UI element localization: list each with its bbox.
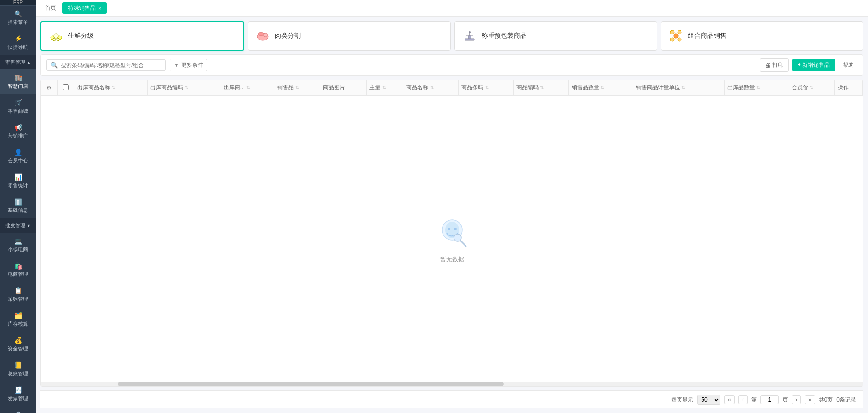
sidebar-item-promo[interactable]: 📢 营销推广 [0, 119, 36, 144]
sidebar-item-wholesale-mgmt[interactable]: 批发管理 ▼ [0, 218, 36, 233]
sidebar-item-label: 库存核算 [8, 321, 28, 327]
sidebar-item-finance[interactable]: 💰 资金管理 [0, 332, 36, 357]
sidebar-item-retail-stats[interactable]: 📊 零售统计 [0, 169, 36, 194]
smart-store-icon: 🏬 [14, 74, 22, 81]
col-sale-unit[interactable]: 销售商品计量单位 ⇅ [633, 80, 724, 96]
inventory-icon: 🗂️ [14, 312, 22, 319]
sidebar-item-ecom-mgmt[interactable]: 🛍️ 电商管理 [0, 258, 36, 282]
tab-scale-prepack[interactable]: 称重预包装商品 [454, 21, 657, 51]
topbar: 首页 特殊销售品 × [36, 0, 868, 17]
more-filter-button[interactable]: ▼ 更多条件 [170, 59, 207, 71]
horizontal-scroll-thumb[interactable] [118, 382, 504, 386]
tab-combo-sales[interactable]: 组合商品销售 [661, 21, 863, 51]
per-page-select[interactable]: 102050100 [697, 395, 720, 405]
member-center-icon: 👤 [14, 149, 22, 156]
main-area: 首页 特殊销售品 × 生鲜分级 [36, 0, 868, 413]
tab-fresh-grade[interactable]: 生鲜分级 [40, 21, 244, 51]
first-page-button[interactable]: « [724, 395, 735, 404]
sidebar-item-label: 零售统计 [8, 182, 28, 189]
active-tab[interactable]: 特殊销售品 × [62, 2, 107, 14]
more-filter-label: 更多条件 [181, 61, 203, 69]
new-sales-item-button[interactable]: + 新增销售品 [792, 59, 835, 71]
svg-point-13 [670, 30, 674, 34]
combo-sales-label: 组合商品销售 [688, 32, 726, 40]
col-out-qty[interactable]: 出库品数量 ⇅ [724, 80, 789, 96]
sidebar-item-label: 会员中心 [8, 157, 28, 164]
retail-mall-icon: 🛒 [14, 99, 22, 106]
print-button[interactable]: 🖨 打印 [760, 58, 789, 72]
sidebar-item-ledger[interactable]: 📒 总账管理 [0, 357, 36, 382]
close-tab-icon[interactable]: × [98, 6, 101, 11]
horizontal-scrollbar[interactable] [41, 382, 863, 386]
filter-bar: 🔍 ▼ 更多条件 🖨 打印 + 新增销售品 帮助 [40, 54, 863, 76]
col-main-qty[interactable]: 主量 ⇅ [367, 80, 403, 96]
col-member-price[interactable]: 会员价 ⇅ [789, 80, 834, 96]
svg-point-4 [57, 38, 59, 41]
search-box[interactable]: 🔍 [46, 59, 166, 71]
home-breadcrumb[interactable]: 首页 [41, 4, 60, 12]
svg-point-7 [263, 33, 268, 37]
col-out-spec[interactable]: 出库商... ⇅ [221, 80, 274, 96]
next-page-button[interactable]: › [792, 395, 801, 404]
sidebar-item-member-center[interactable]: 👤 会员中心 [0, 144, 36, 169]
filter-left: 🔍 ▼ 更多条件 [46, 59, 207, 71]
sort-icon: ⇅ [185, 85, 188, 90]
help-button[interactable]: 帮助 [839, 59, 857, 71]
col-sale-item[interactable]: 销售品 ⇅ [274, 80, 320, 96]
tab-meat-cut[interactable]: 肉类分割 [248, 21, 450, 51]
sidebar-item-smart-store[interactable]: 🏬 智慧门店 [0, 69, 36, 94]
col-out-code[interactable]: 出库商品编码 ⇅ [148, 80, 221, 96]
sidebar-logo: ERP [0, 0, 36, 6]
invoice-icon: 🧾 [14, 386, 22, 394]
promo-icon: 📢 [14, 124, 22, 131]
sidebar-item-mini-ecom[interactable]: 💻 小畅电商 [0, 233, 36, 258]
sidebar-item-tax[interactable]: 🏛️ 税务管理 [0, 407, 36, 413]
print-label: 打印 [772, 61, 783, 69]
search-icon: 🔍 [51, 62, 58, 69]
sidebar-item-label: 快捷导航 [8, 44, 28, 51]
sidebar-item-search-menu[interactable]: 🔍 搜索菜单 [0, 6, 36, 30]
col-image[interactable]: 商品图片 [320, 80, 367, 96]
page-number-input[interactable] [760, 395, 779, 404]
sidebar-item-purchase-mgmt[interactable]: 📋 采购管理 [0, 282, 36, 307]
sidebar-item-quick-nav[interactable]: ⚡ 快捷导航 [0, 30, 36, 55]
sort-icon: ⇅ [485, 85, 489, 90]
sidebar-item-inventory[interactable]: 🗂️ 库存核算 [0, 307, 36, 332]
select-all-checkbox[interactable] [63, 84, 69, 90]
prev-page-button[interactable]: ‹ [738, 395, 748, 404]
total-records: 0条记录 [836, 396, 856, 404]
retail-stats-icon: 📊 [14, 173, 22, 181]
sidebar-item-label: 搜索菜单 [8, 19, 28, 26]
col-checkbox[interactable] [57, 80, 74, 96]
col-out-name[interactable]: 出库商品名称 ⇅ [74, 80, 148, 96]
svg-point-1 [54, 34, 58, 38]
svg-point-15 [670, 38, 674, 41]
gear-icon: ⚙ [46, 85, 51, 91]
sidebar-item-retail-mall[interactable]: 🛒 零售商城 [0, 94, 36, 119]
sidebar-item-basic-info[interactable]: ℹ️ 基础信息 [0, 194, 36, 218]
empty-text: 暂无数据 [440, 255, 464, 264]
sidebar-item-invoice[interactable]: 🧾 发票管理 [0, 382, 36, 407]
meat-cut-icon [255, 29, 270, 43]
sidebar-item-retail-mgmt[interactable]: 零售管理 ▲ [0, 55, 36, 69]
search-input[interactable] [61, 62, 162, 69]
col-barcode[interactable]: 商品条码 ⇅ [459, 80, 514, 96]
col-sale-qty[interactable]: 销售品数量 ⇅ [568, 80, 633, 96]
col-item-name[interactable]: 商品名称 ⇅ [403, 80, 459, 96]
page-label: 第 [751, 396, 757, 404]
new-label: + 新增销售品 [798, 61, 830, 69]
combo-sales-icon [669, 29, 683, 43]
sort-icon: ⇅ [681, 85, 685, 90]
retail-mgmt-arrow: ▲ [27, 60, 31, 65]
fresh-grade-icon [49, 29, 63, 43]
col-item-code[interactable]: 商品编码 ⇅ [514, 80, 569, 96]
svg-point-12 [469, 31, 471, 33]
sidebar-item-label: 基础信息 [8, 207, 28, 214]
wholesale-mgmt-arrow: ▼ [27, 224, 31, 228]
col-gear[interactable]: ⚙ [41, 80, 57, 96]
last-page-button[interactable]: » [805, 395, 815, 404]
svg-point-3 [53, 38, 56, 41]
sort-icon: ⇅ [112, 85, 115, 90]
basic-info-icon: ℹ️ [14, 198, 22, 206]
scale-prepack-icon [462, 29, 477, 43]
